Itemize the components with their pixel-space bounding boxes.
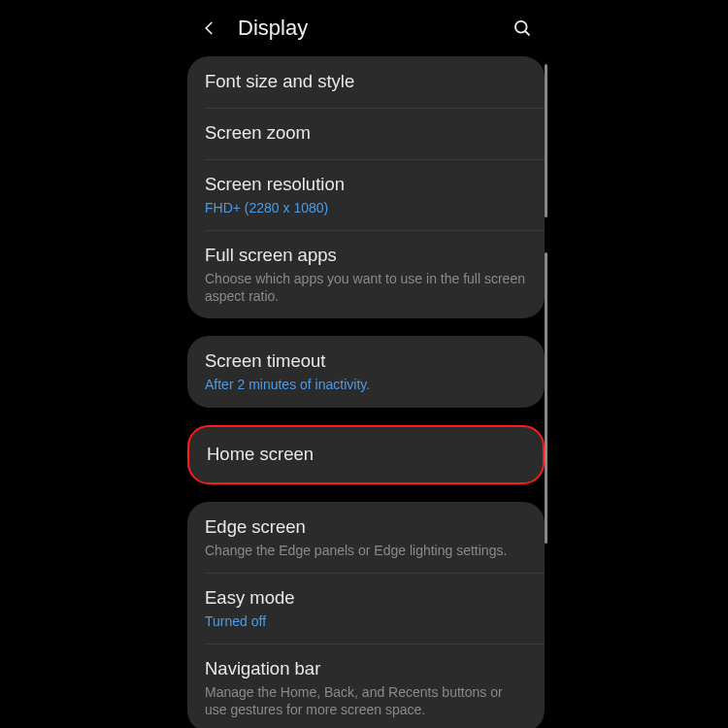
row-screen-resolution[interactable]: Screen resolution FHD+ (2280 x 1080): [187, 159, 545, 230]
row-subtitle: Turned off: [205, 612, 527, 630]
svg-line-1: [525, 31, 530, 36]
row-title: Screen timeout: [205, 349, 527, 374]
row-title: Font size and style: [205, 70, 527, 94]
page-title: Display: [238, 16, 512, 41]
row-title: Navigation bar: [205, 657, 527, 681]
row-title: Easy mode: [205, 586, 527, 611]
row-easy-mode[interactable]: Easy mode Turned off: [187, 573, 545, 644]
row-title: Screen resolution: [205, 173, 527, 197]
row-title: Home screen: [207, 443, 525, 467]
row-title: Full screen apps: [205, 244, 527, 268]
scrollbar-segment[interactable]: [545, 252, 547, 544]
row-subtitle: Manage the Home, Back, and Recents butto…: [205, 683, 527, 718]
settings-card-highlighted: Home screen: [187, 425, 545, 484]
settings-card: Screen timeout After 2 minutes of inacti…: [187, 336, 545, 407]
row-subtitle: Change the Edge panels or Edge lighting …: [205, 542, 527, 559]
row-screen-zoom[interactable]: Screen zoom: [187, 108, 545, 159]
row-subtitle: After 2 minutes of inactivity.: [205, 376, 527, 393]
scrollbar-segment[interactable]: [545, 64, 547, 217]
row-edge-screen[interactable]: Edge screen Change the Edge panels or Ed…: [187, 502, 545, 573]
row-screen-timeout[interactable]: Screen timeout After 2 minutes of inacti…: [187, 336, 545, 407]
row-title: Edge screen: [205, 515, 527, 540]
row-navigation-bar[interactable]: Navigation bar Manage the Home, Back, an…: [187, 644, 545, 728]
settings-card: Font size and style Screen zoom Screen r…: [187, 56, 545, 318]
row-subtitle: Choose which apps you want to use in the…: [205, 270, 527, 305]
back-icon[interactable]: [199, 17, 220, 39]
row-font-size-and-style[interactable]: Font size and style: [187, 56, 545, 108]
settings-card: Edge screen Change the Edge panels or Ed…: [187, 502, 545, 728]
row-full-screen-apps[interactable]: Full screen apps Choose which apps you w…: [187, 230, 545, 318]
settings-list: Font size and style Screen zoom Screen r…: [182, 56, 550, 728]
search-icon[interactable]: [512, 17, 533, 39]
app-header: Display: [182, 0, 550, 56]
row-title: Screen zoom: [205, 121, 527, 146]
row-home-screen[interactable]: Home screen: [189, 427, 543, 482]
row-subtitle: FHD+ (2280 x 1080): [205, 199, 527, 216]
svg-point-0: [515, 21, 527, 33]
